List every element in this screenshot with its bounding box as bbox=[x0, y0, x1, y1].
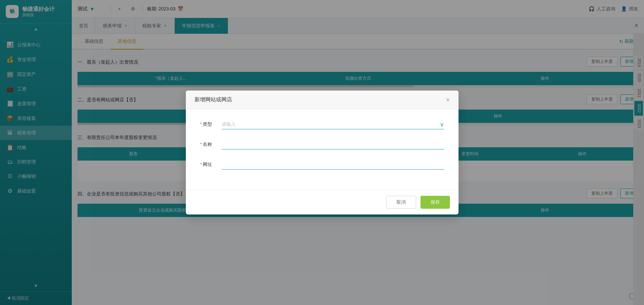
form-control-name bbox=[222, 139, 444, 149]
form-control-type: ∨ bbox=[222, 119, 444, 129]
required-marker-name: * bbox=[200, 142, 202, 147]
modal-body: *类型 ∨ *名称 *网址 bbox=[186, 109, 459, 190]
form-row-url: *网址 bbox=[200, 160, 444, 170]
name-input[interactable] bbox=[222, 139, 444, 149]
type-dropdown-icon[interactable]: ∨ bbox=[440, 121, 444, 128]
form-row-name: *名称 bbox=[200, 139, 444, 149]
modal-title: 新增网站或网店 bbox=[194, 96, 232, 103]
form-row-type: *类型 ∨ bbox=[200, 119, 444, 129]
required-marker-url: * bbox=[200, 162, 202, 167]
form-label-url: *网址 bbox=[200, 161, 222, 168]
form-label-type: *类型 bbox=[200, 121, 222, 128]
form-control-url bbox=[222, 160, 444, 170]
url-input[interactable] bbox=[222, 160, 444, 169]
modal-header: 新增网站或网店 × bbox=[186, 91, 459, 109]
form-label-name: *名称 bbox=[200, 141, 222, 148]
modal-footer: 取消 保存 bbox=[186, 190, 459, 214]
save-button[interactable]: 保存 bbox=[420, 196, 450, 209]
modal-close-button[interactable]: × bbox=[446, 97, 450, 103]
modal-overlay[interactable]: 新增网站或网店 × *类型 ∨ *名称 bbox=[0, 0, 644, 305]
modal-add-website: 新增网站或网店 × *类型 ∨ *名称 bbox=[186, 91, 459, 214]
type-input[interactable] bbox=[222, 119, 444, 129]
required-marker-type: * bbox=[200, 121, 202, 127]
cancel-button[interactable]: 取消 bbox=[386, 196, 416, 209]
